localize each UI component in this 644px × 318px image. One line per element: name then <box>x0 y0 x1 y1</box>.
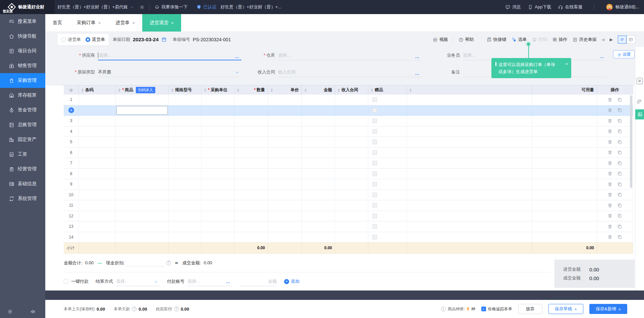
cell-available[interactable] <box>532 126 597 137</box>
cell-spacer[interactable] <box>407 232 532 243</box>
cell-unit[interactable] <box>202 158 234 169</box>
workspace-switcher[interactable]: 好生意（普）+好业财（普）+易代账 <box>57 4 134 10</box>
cell-qty[interactable] <box>234 95 268 105</box>
sort-icon[interactable] <box>237 89 239 92</box>
cell-gift[interactable] <box>368 95 407 105</box>
cell-barcode[interactable] <box>79 126 116 137</box>
cell-actions[interactable] <box>597 137 633 148</box>
gift-checkbox[interactable] <box>372 235 377 240</box>
cell-spec[interactable] <box>169 158 202 169</box>
cell-amount[interactable] <box>302 95 335 105</box>
cell-contract[interactable] <box>335 105 368 116</box>
cell-available[interactable] <box>532 137 597 148</box>
col-header-gift[interactable]: 赠品 <box>368 86 407 95</box>
cell-available[interactable] <box>532 95 597 105</box>
history-button[interactable]: 历史单据 <box>573 37 597 43</box>
cell-contract[interactable] <box>335 158 368 169</box>
tooltip-close-icon[interactable]: × <box>566 61 568 68</box>
cell-actions[interactable] <box>597 105 633 116</box>
sort-icon[interactable] <box>118 89 120 92</box>
sidebar-item-funds[interactable]: 资金管理 <box>0 103 45 117</box>
cell-actions[interactable] <box>597 169 633 179</box>
sidebar-item-operations[interactable]: 经营管理 <box>0 162 45 176</box>
col-header-qty[interactable]: *数量 <box>234 86 268 95</box>
app-download-button[interactable]: App下载 <box>528 4 551 10</box>
table-row[interactable]: 12 <box>64 211 633 222</box>
cell-price[interactable] <box>268 148 302 158</box>
cell-qty[interactable] <box>234 105 268 116</box>
cell-barcode[interactable] <box>79 179 116 190</box>
cell-contract[interactable] <box>335 126 368 137</box>
cell-gift[interactable] <box>368 148 407 158</box>
sort-icon[interactable] <box>82 89 84 92</box>
sidebar-item-purchase[interactable]: 采购管理 <box>0 73 45 88</box>
question-circle-icon[interactable]: ? <box>132 307 137 311</box>
copy-row-icon[interactable] <box>617 129 622 134</box>
tab-首页[interactable]: 首页 <box>45 14 69 32</box>
income-contract-picker-icon[interactable]: … <box>415 71 420 76</box>
salesman-picker-icon[interactable]: … <box>600 54 604 59</box>
sort-icon[interactable] <box>338 89 340 92</box>
table-row[interactable]: 6 <box>64 148 633 158</box>
delete-row-icon[interactable] <box>607 97 612 102</box>
hotkey-button[interactable]: 快捷键 <box>487 37 506 43</box>
cell-spec[interactable] <box>169 190 202 201</box>
cell-barcode[interactable] <box>79 232 116 243</box>
cell-amount[interactable] <box>302 221 335 232</box>
settle-method-select[interactable]: 选择... <box>116 277 160 286</box>
print-button[interactable]: 打印 <box>532 37 547 43</box>
cell-available[interactable] <box>532 158 597 169</box>
gift-checkbox[interactable] <box>372 224 377 229</box>
sidebar-item-inventory[interactable]: 库存核算 <box>0 88 45 103</box>
cell-price[interactable] <box>268 169 302 179</box>
product-edit-cell[interactable] <box>116 106 168 115</box>
cell-qty[interactable] <box>234 169 268 179</box>
cell-spec[interactable] <box>169 169 202 179</box>
cell-spec[interactable] <box>169 105 202 116</box>
table-row[interactable]: 7 <box>64 158 633 169</box>
list-view-icon[interactable] <box>618 36 627 44</box>
cell-actions[interactable] <box>597 211 633 222</box>
cell-gift[interactable] <box>368 190 407 201</box>
cell-amount[interactable] <box>302 158 335 169</box>
cell-qty[interactable] <box>234 158 268 169</box>
cell-available[interactable] <box>532 148 597 158</box>
cell-available[interactable] <box>532 221 597 232</box>
delete-row-icon[interactable] <box>607 203 612 208</box>
cell-actions[interactable] <box>597 232 633 243</box>
cell-spacer[interactable] <box>407 211 532 222</box>
delete-row-icon[interactable] <box>607 108 612 113</box>
copy-row-icon[interactable] <box>617 97 622 102</box>
sidebar-item-assets[interactable]: 固定资产 <box>0 132 45 147</box>
cell-unit[interactable] <box>202 169 234 179</box>
announcement-speaker-icon[interactable] <box>30 308 36 314</box>
settings-gear-icon[interactable] <box>7 308 13 314</box>
delete-row-icon[interactable] <box>607 234 612 240</box>
cell-product[interactable] <box>116 148 169 158</box>
cell-amount[interactable] <box>302 211 335 222</box>
cell-gift[interactable] <box>368 232 407 243</box>
tab-close-icon[interactable]: × <box>132 20 135 25</box>
add-payment-button[interactable]: + 添加 <box>284 278 300 284</box>
help-button[interactable]: 帮助 <box>459 37 474 43</box>
calendar-icon[interactable] <box>161 37 167 42</box>
cell-barcode[interactable] <box>79 158 116 169</box>
col-header-spec[interactable]: 规格型号 <box>169 86 202 95</box>
cell-product[interactable] <box>116 200 169 211</box>
delete-row-icon[interactable] <box>607 182 612 187</box>
radio-purchase[interactable]: 进货单 <box>61 37 81 43</box>
cell-actions[interactable] <box>597 190 633 201</box>
cell-product[interactable] <box>116 137 169 148</box>
cell-amount[interactable] <box>302 232 335 243</box>
cell-price[interactable] <box>268 158 302 169</box>
copy-row-icon[interactable] <box>617 182 622 187</box>
gift-checkbox[interactable] <box>372 97 377 102</box>
cell-actions[interactable] <box>597 179 633 190</box>
cell-barcode[interactable] <box>79 211 116 222</box>
cell-contract[interactable] <box>335 116 368 126</box>
gift-checkbox[interactable] <box>372 150 377 155</box>
cell-product[interactable] <box>116 116 169 126</box>
cell-actions[interactable] <box>597 126 633 137</box>
table-row[interactable]: 11 <box>64 200 633 211</box>
gift-checkbox[interactable] <box>372 203 377 208</box>
